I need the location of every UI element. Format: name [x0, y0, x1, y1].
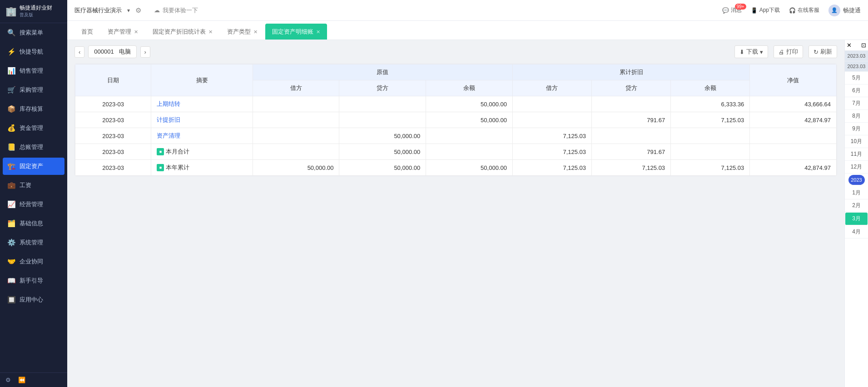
- tab-close-icon[interactable]: ✕: [134, 29, 138, 35]
- collapse-icon[interactable]: ⏪: [18, 377, 25, 383]
- cell-acc-balance: 7,125.03: [671, 112, 750, 128]
- refresh-btn[interactable]: ↻ 刷新: [808, 45, 837, 58]
- sidebar-item-search[interactable]: 🔍 搜索菜单: [0, 23, 67, 42]
- user-avatar: 👤: [828, 5, 840, 16]
- tab-label: 固定资产折旧统计表: [153, 28, 206, 36]
- tab-close-icon[interactable]: ✕: [316, 29, 320, 35]
- settings-gear-icon[interactable]: ⚙: [135, 6, 141, 15]
- sales-icon: 📊: [7, 67, 16, 75]
- app-name: 畅捷通好业财: [20, 5, 52, 12]
- refresh-label: 刷新: [820, 48, 832, 56]
- col-summary: 摘要: [151, 64, 253, 96]
- cell-summary[interactable]: 资产清理: [151, 128, 253, 144]
- cell-orig-credit: [339, 112, 426, 128]
- panel-expand-icon[interactable]: ⊡: [861, 42, 866, 49]
- prev-arrow-btn[interactable]: ‹: [74, 46, 84, 58]
- col-acc-balance: 余额: [671, 80, 750, 96]
- sidebar-item-cooperation[interactable]: 🤝 企业协同: [0, 252, 67, 271]
- cell-summary-text[interactable]: 资产清理: [157, 132, 180, 139]
- cell-summary-text[interactable]: 计提折旧: [157, 116, 180, 123]
- tabs-bar: 首页资产管理✕固定资产折旧统计表✕资产类型✕固定资产明细账✕: [67, 21, 868, 40]
- download-icon: ⬇: [739, 49, 744, 55]
- tab-asset-type[interactable]: 资产类型✕: [220, 24, 264, 40]
- tab-close-icon[interactable]: ✕: [208, 29, 213, 35]
- sidebar-item-purchase[interactable]: 🛒 采购管理: [0, 80, 67, 99]
- time-item-12月[interactable]: 12月: [845, 161, 868, 174]
- sidebar-item-operations[interactable]: 📈 经营管理: [0, 195, 67, 214]
- cell-acc-balance: [671, 144, 750, 160]
- col-orig-balance: 余额: [426, 80, 513, 96]
- cell-net-value: [750, 144, 837, 160]
- sidebar-item-basic-info[interactable]: 🗂️ 基础信息: [0, 214, 67, 233]
- search-icon: 🔍: [7, 29, 16, 37]
- sidebar-item-guide[interactable]: 📖 新手引导: [0, 271, 67, 290]
- service-btn[interactable]: 🎧 在线客服: [789, 6, 819, 14]
- time-item-10月[interactable]: 10月: [845, 135, 868, 148]
- cell-net-value: [750, 128, 837, 144]
- asset-name: 电脑: [119, 48, 131, 55]
- year-header-1: 2023.03: [845, 51, 868, 61]
- message-btn[interactable]: 💬 消息 99+: [722, 6, 742, 14]
- download-btn[interactable]: ⬇ 下载 ▾: [734, 45, 768, 58]
- time-item-curr-3月[interactable]: 3月: [845, 213, 868, 225]
- sidebar-item-label: 采购管理: [20, 86, 43, 94]
- sidebar-item-system[interactable]: ⚙️ 系统管理: [0, 233, 67, 252]
- time-item-curr-2月[interactable]: 2月: [845, 199, 868, 212]
- tab-asset-detail[interactable]: 固定资产明细账✕: [265, 24, 327, 40]
- sidebar-item-inventory[interactable]: 📦 库存核算: [0, 99, 67, 119]
- cell-orig-balance: [426, 144, 513, 160]
- time-item-11月[interactable]: 11月: [845, 148, 868, 161]
- download-btn[interactable]: 📱 App下载: [751, 6, 780, 14]
- cell-summary: ■ 本年累计: [151, 160, 253, 176]
- sidebar-item-quick-nav[interactable]: ⚡ 快捷导航: [0, 42, 67, 61]
- tab-close-icon[interactable]: ✕: [253, 29, 258, 35]
- cell-net-value: 43,666.64: [750, 96, 837, 112]
- print-btn[interactable]: 🖨 打印: [774, 45, 803, 58]
- cell-summary-text[interactable]: 上期结转: [157, 100, 180, 107]
- time-item-7月[interactable]: 7月: [845, 97, 868, 110]
- settings-icon[interactable]: ⚙: [5, 377, 11, 383]
- cell-net-value: 42,874.97: [750, 160, 837, 176]
- company-name: 医疗器械行业演示: [74, 6, 122, 15]
- user-info[interactable]: 👤 畅捷通: [828, 5, 861, 16]
- experience-label: 我要体验一下: [163, 6, 198, 15]
- panel-close-icon[interactable]: ✕: [847, 42, 852, 49]
- time-item-9月[interactable]: 9月: [845, 123, 868, 135]
- experience-btn[interactable]: ☁ 我要体验一下: [154, 6, 198, 15]
- sidebar-item-sales[interactable]: 📊 销售管理: [0, 61, 67, 80]
- cell-summary[interactable]: 上期结转: [151, 96, 253, 112]
- company-dropdown-icon[interactable]: ▾: [127, 7, 130, 14]
- sidebar-item-label: 应用中心: [20, 296, 43, 304]
- content-area: ‹ 000001 电脑 › ⬇ 下载 ▾ 🖨: [67, 40, 868, 387]
- sidebar-item-capital[interactable]: 💰 资金管理: [0, 119, 67, 138]
- tab-label: 资产管理: [108, 28, 131, 36]
- year-active-badge[interactable]: 2023: [848, 175, 865, 185]
- time-item-curr-1月[interactable]: 1月: [845, 187, 868, 199]
- message-icon: 💬: [722, 7, 729, 14]
- time-item-curr-4月[interactable]: 4月: [845, 226, 868, 238]
- cooperation-icon: 🤝: [7, 258, 16, 266]
- cell-orig-debit: [253, 112, 339, 128]
- next-arrow-btn[interactable]: ›: [140, 46, 150, 58]
- sidebar-item-ledger[interactable]: 📒 总账管理: [0, 138, 67, 157]
- tab-depreciation-stat[interactable]: 固定资产折旧统计表✕: [146, 24, 219, 40]
- sidebar-item-label: 企业协同: [20, 258, 43, 266]
- sidebar-item-payroll[interactable]: 💼 工资: [0, 176, 67, 195]
- time-item-5月[interactable]: 5月: [845, 72, 868, 84]
- basic-info-icon: 🗂️: [7, 219, 16, 228]
- sidebar-item-app-center[interactable]: 🔲 应用中心: [0, 290, 67, 309]
- cell-acc-debit: [512, 112, 591, 128]
- download-label: App下载: [759, 6, 780, 14]
- time-item-6月[interactable]: 6月: [845, 84, 868, 97]
- sidebar-item-label: 工资: [20, 181, 31, 189]
- download-chevron-icon: ▾: [760, 49, 763, 55]
- sidebar-item-fixed-assets[interactable]: 🏗️ 固定资产: [3, 158, 64, 175]
- cell-date: 2023-03: [75, 112, 151, 128]
- tab-home[interactable]: 首页: [74, 24, 100, 40]
- tab-asset-mgmt[interactable]: 资产管理✕: [101, 24, 145, 40]
- cell-summary[interactable]: 计提折旧: [151, 112, 253, 128]
- time-item-8月[interactable]: 8月: [845, 110, 868, 123]
- cell-acc-credit: [592, 128, 671, 144]
- cell-orig-balance: 50,000.00: [426, 96, 513, 112]
- download-icon: 📱: [751, 7, 758, 14]
